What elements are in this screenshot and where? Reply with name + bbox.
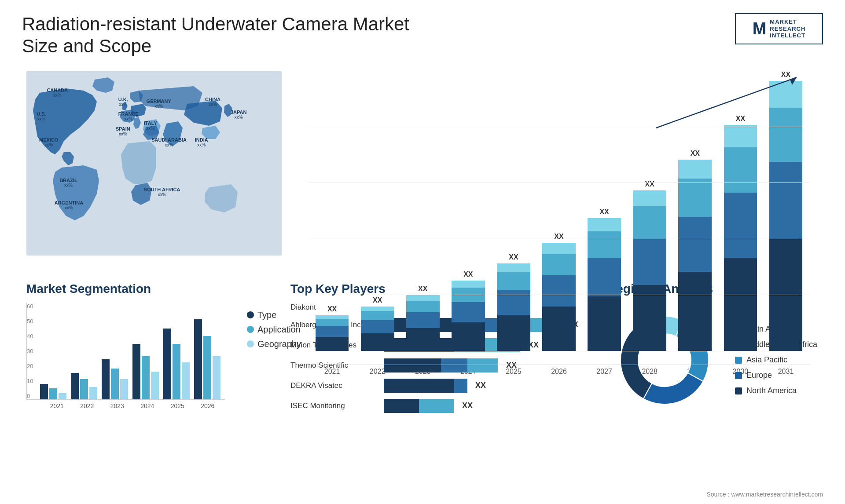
bar-segment bbox=[497, 315, 530, 351]
bar-segment bbox=[633, 190, 666, 206]
bar-label-2028: XX bbox=[645, 180, 654, 188]
bar-segment bbox=[588, 296, 621, 351]
bar-label-2029: XX bbox=[691, 150, 700, 157]
bar-segment bbox=[633, 239, 666, 285]
bar-segment bbox=[406, 312, 440, 328]
player-row: ISEC MonitoringXX bbox=[290, 399, 585, 413]
bar-group-2023: XX bbox=[403, 285, 442, 351]
regional-legend-label: North America bbox=[746, 386, 797, 395]
map-label-brazil: BRAZILxx% bbox=[59, 178, 77, 188]
seg-bar-type bbox=[102, 359, 110, 399]
map-label-china: CHINAxx% bbox=[205, 97, 220, 107]
regional-legend-label: Europe bbox=[746, 371, 772, 380]
logo-text: MARKET RESEARCH INTELLECT bbox=[770, 18, 805, 39]
seg-y-label: 10 bbox=[27, 378, 33, 384]
map-label-us: U.S.xx% bbox=[37, 111, 46, 121]
player-row: DEKRA VisatecXX bbox=[290, 379, 585, 393]
bar-segment bbox=[588, 258, 621, 296]
bar-segment bbox=[724, 258, 757, 351]
bar-group-2021: XX bbox=[312, 305, 352, 351]
seg-content: 0102030405060 202120222023202420252026 T… bbox=[26, 303, 268, 409]
seg-bar-group-2026 bbox=[194, 303, 220, 399]
bar-segment bbox=[588, 231, 621, 258]
seg-y-label: 40 bbox=[27, 333, 33, 340]
legend-dot bbox=[247, 326, 254, 333]
seg-bar-group-2025 bbox=[163, 303, 190, 399]
bar-label-2022: XX bbox=[373, 296, 382, 304]
seg-y-labels: 0102030405060 bbox=[27, 303, 33, 399]
map-labels-overlay: CANADAxx% U.S.xx% MEXICOxx% BRAZILxx% AR… bbox=[26, 71, 282, 256]
bar-segment bbox=[724, 125, 757, 147]
bar-segment bbox=[542, 243, 576, 254]
bar-segment bbox=[406, 301, 440, 312]
bar-segment bbox=[542, 307, 576, 351]
legend-color-sq bbox=[735, 372, 742, 379]
bar-group-2031: XX bbox=[766, 71, 805, 351]
segmentation-title: Market Segmentation bbox=[26, 282, 268, 296]
logo-line1: MARKET bbox=[770, 18, 805, 26]
seg-y-label: 50 bbox=[27, 318, 33, 325]
bar-stack-2023 bbox=[403, 295, 442, 351]
bar-segment bbox=[769, 162, 803, 239]
seg-x-label-2022: 2022 bbox=[74, 402, 100, 409]
legend-label: Type bbox=[257, 310, 276, 320]
map-label-germany: GERMANYxx% bbox=[147, 99, 171, 109]
bar-segment bbox=[452, 281, 485, 288]
bar-group-2028: XX bbox=[630, 180, 669, 351]
page: Radiation-resistant Underwater Camera Ma… bbox=[0, 0, 845, 504]
seg-bar-type bbox=[132, 344, 140, 399]
bar-segment bbox=[361, 320, 394, 333]
bar-segment bbox=[678, 160, 712, 179]
seg-chart: 0102030405060 bbox=[26, 303, 225, 400]
seg-bar-group-2021 bbox=[40, 303, 66, 399]
map-label-uk: U.K.xx% bbox=[118, 97, 128, 107]
bar-stack-2028 bbox=[630, 190, 669, 351]
donut-slice-europe bbox=[643, 373, 703, 404]
logo-icon: M MARKET RESEARCH INTELLECT bbox=[753, 18, 806, 39]
bar-label-2026: XX bbox=[554, 233, 563, 241]
seg-y-label: 20 bbox=[27, 363, 33, 369]
bar-group-2030: XX bbox=[721, 115, 760, 351]
legend-dot bbox=[247, 311, 254, 318]
barchart-area: XXXXXXXXXXXXXXXXXXXXXX bbox=[308, 71, 810, 365]
map-label-southafrica: SOUTH AFRICAxx% bbox=[144, 187, 180, 197]
bar-segment bbox=[769, 81, 803, 108]
bar-stack-2021 bbox=[312, 315, 352, 351]
bar-segment bbox=[769, 108, 803, 162]
seg-x-label-2023: 2023 bbox=[104, 402, 130, 409]
bar-stack-2025 bbox=[494, 263, 533, 351]
bar-segment bbox=[316, 315, 349, 319]
seg-bar-type bbox=[163, 329, 171, 399]
player-bar-seg bbox=[384, 379, 454, 393]
bar-label-2025: XX bbox=[509, 253, 518, 261]
bar-segment bbox=[497, 263, 530, 272]
seg-y-label: 30 bbox=[27, 348, 33, 354]
bar-group-2024: XX bbox=[448, 270, 488, 351]
map-label-india: INDIAxx% bbox=[195, 137, 208, 147]
bar-stack-2027 bbox=[585, 218, 624, 351]
seg-bar-application bbox=[111, 369, 119, 399]
bar-segment bbox=[452, 288, 485, 302]
seg-chart-wrap: 0102030405060 202120222023202420252026 bbox=[26, 303, 225, 409]
bar-segment bbox=[316, 337, 349, 351]
player-name: DEKRA Visatec bbox=[290, 381, 378, 390]
bar-group-2029: XX bbox=[676, 150, 715, 351]
header: Radiation-resistant Underwater Camera Ma… bbox=[22, 13, 823, 58]
map-label-france: FRANCExx% bbox=[118, 111, 139, 121]
bar-segment bbox=[678, 272, 712, 351]
seg-bar-application bbox=[80, 379, 88, 399]
player-bar bbox=[384, 379, 467, 393]
bar-segment bbox=[406, 328, 440, 351]
player-bar-container: XX bbox=[384, 379, 585, 393]
seg-bar-application bbox=[49, 388, 57, 399]
bar-label-2021: XX bbox=[327, 305, 337, 313]
bar-segment bbox=[542, 254, 576, 275]
bar-group-2026: XX bbox=[539, 233, 578, 351]
map-label-spain: SPAINxx% bbox=[116, 126, 130, 136]
regional-legend-item: Europe bbox=[735, 371, 817, 380]
player-bar-seg bbox=[454, 379, 467, 393]
map-label-japan: JAPANxx% bbox=[231, 110, 246, 120]
bar-segment bbox=[497, 290, 530, 315]
barchart-inner: XXXXXXXXXXXXXXXXXXXXXX 20212022202320242… bbox=[308, 71, 810, 376]
map-label-italy: ITALYxx% bbox=[144, 121, 157, 131]
